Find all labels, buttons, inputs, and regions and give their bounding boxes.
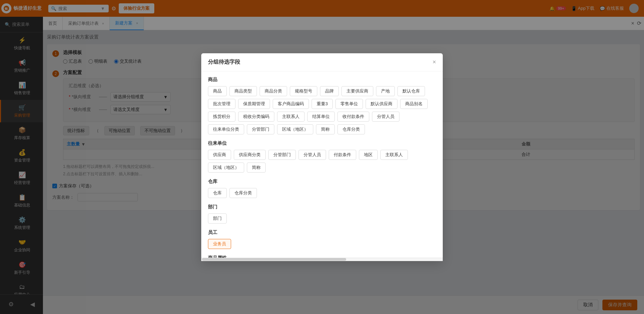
field-group-title-5: 商品属性 <box>208 255 436 258</box>
field-chip[interactable]: 区域（地区） <box>277 124 313 134</box>
field-group-2: 仓库仓库仓库分类 <box>208 179 436 198</box>
field-chip[interactable]: 往来单位分类 <box>208 124 244 134</box>
field-group-1: 往来单位供应商供应商分类分管部门分管人员付款条件地区主联系人区域（地区）简称 <box>208 140 436 173</box>
field-chip[interactable]: 商品 <box>208 86 227 96</box>
field-chips-0: 商品商品类型商品分类规格型号品牌主要供应商产地默认仓库批次管理保质期管理客户商品… <box>208 86 436 134</box>
field-group-title-2: 仓库 <box>208 179 436 185</box>
field-chip[interactable]: 主联系人 <box>380 150 408 160</box>
field-chips-1: 供应商供应商分类分管部门分管人员付款条件地区主联系人区域（地区）简称 <box>208 150 436 173</box>
field-group-4: 员工业务员 <box>208 230 436 249</box>
field-group-3: 部门部门 <box>208 204 436 224</box>
hscroll-thumb <box>202 258 346 261</box>
field-chips-4: 业务员 <box>208 239 436 249</box>
field-chip[interactable]: 供应商 <box>208 150 231 160</box>
field-chip[interactable]: 结算单位 <box>307 112 335 122</box>
field-chip[interactable]: 简称 <box>316 124 335 134</box>
field-chip[interactable]: 业务员 <box>208 239 231 249</box>
modal-dialog: 分组待选字段 × 商品商品商品类型商品分类规格型号品牌主要供应商产地默认仓库批次… <box>201 53 443 261</box>
field-chip[interactable]: 默认仓库 <box>397 86 425 96</box>
modal-hscroll[interactable] <box>201 258 443 261</box>
field-chip[interactable]: 主要供应商 <box>341 86 373 96</box>
field-chip[interactable]: 零售单位 <box>335 99 363 109</box>
field-chip[interactable]: 分管人员 <box>372 112 399 122</box>
field-chip[interactable]: 默认供应商 <box>366 99 397 109</box>
field-chip[interactable]: 商品类型 <box>229 86 257 96</box>
field-chip[interactable]: 拣货积分 <box>208 112 235 122</box>
field-chip[interactable]: 付款条件 <box>329 150 356 160</box>
field-chip[interactable]: 分管部门 <box>247 124 274 134</box>
field-chips-2: 仓库仓库分类 <box>208 188 436 198</box>
modal-header: 分组待选字段 × <box>201 53 443 71</box>
field-group-5: 商品属性属性颜色多规格尺码鞋码1 <box>208 255 436 258</box>
modal-close-button[interactable]: × <box>432 59 436 65</box>
field-group-title-0: 商品 <box>208 77 436 83</box>
field-chips-3: 部门 <box>208 213 436 224</box>
modal-overlay[interactable]: 分组待选字段 × 商品商品商品类型商品分类规格型号品牌主要供应商产地默认仓库批次… <box>0 0 644 314</box>
field-chip[interactable]: 主联系人 <box>277 112 305 122</box>
field-group-title-3: 部门 <box>208 204 436 210</box>
field-chip[interactable]: 仓库分类 <box>229 188 257 198</box>
field-group-title-1: 往来单位 <box>208 140 436 146</box>
field-chip[interactable]: 仓库 <box>208 188 227 198</box>
field-chip[interactable]: 仓库分类 <box>337 124 365 134</box>
field-chip[interactable]: 保质期管理 <box>238 99 270 109</box>
field-chip[interactable]: 分管人员 <box>299 150 326 160</box>
field-chip[interactable]: 分管部门 <box>268 150 296 160</box>
field-chip[interactable]: 收付款条件 <box>337 112 369 122</box>
field-chip[interactable]: 批次管理 <box>208 99 235 109</box>
field-chip[interactable]: 简称 <box>247 163 266 173</box>
field-chip[interactable]: 品牌 <box>320 86 339 96</box>
field-chip[interactable]: 部门 <box>208 213 227 224</box>
field-chip[interactable]: 商品别名 <box>400 99 428 109</box>
field-chip[interactable]: 区域（地区） <box>208 163 244 173</box>
field-chip[interactable]: 税收分类编码 <box>238 112 274 122</box>
field-chip[interactable]: 供应商分类 <box>234 150 266 160</box>
field-chip[interactable]: 规格型号 <box>290 86 317 96</box>
field-chip[interactable]: 产地 <box>376 86 395 96</box>
field-chip[interactable]: 客户商品编码 <box>273 99 309 109</box>
field-chip[interactable]: 重量3 <box>312 99 333 109</box>
modal-body: 商品商品商品类型商品分类规格型号品牌主要供应商产地默认仓库批次管理保质期管理客户… <box>201 71 443 258</box>
field-group-title-4: 员工 <box>208 230 436 236</box>
field-chip[interactable]: 商品分类 <box>260 86 287 96</box>
field-group-0: 商品商品商品类型商品分类规格型号品牌主要供应商产地默认仓库批次管理保质期管理客户… <box>208 77 436 134</box>
modal-title: 分组待选字段 <box>208 59 240 66</box>
field-chip[interactable]: 地区 <box>359 150 378 160</box>
